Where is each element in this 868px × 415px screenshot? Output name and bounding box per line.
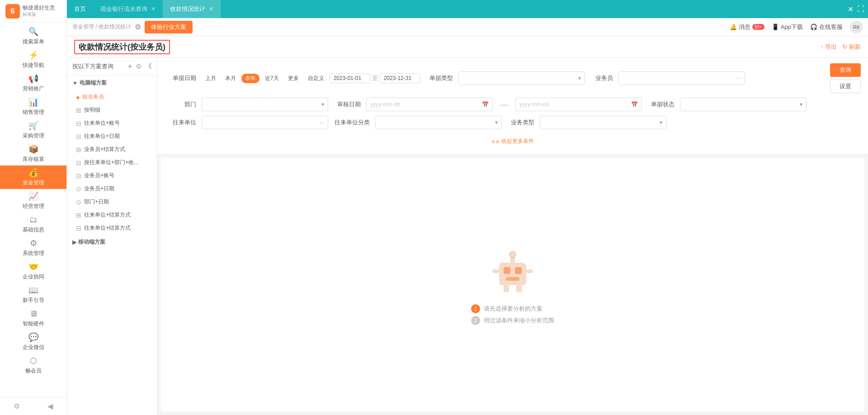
tab-bar-close-icon[interactable]: ✕ [848,5,854,14]
tree-item-salesperson_account[interactable]: ⊟业务员+账号 [67,169,157,182]
topbar-gear-icon[interactable]: ⚙ [135,23,141,31]
sidebar-label-sales: 销售管理 [23,108,44,116]
counterpart-type-select[interactable]: ▾ [375,116,502,129]
sidebar-item-vip[interactable]: ⬡ 畅会员 [0,354,66,377]
chevron-down-icon: ▾ [578,75,581,81]
empty-step-2: 2 用过滤条件来缩小分析范围 [471,316,554,325]
sidebar-label-corp_coop: 企业协同 [23,273,44,281]
tree-item-by_detail[interactable]: ⊞按明细 [67,104,157,117]
add-scheme-icon[interactable]: + [128,62,132,71]
tab-bar-expand-icon[interactable]: ⛶ [857,5,864,13]
doc-type-select[interactable]: ▾ [458,71,585,85]
user-avatar[interactable]: Rit [850,21,863,33]
tree-category-电脑端方案[interactable]: ▼ 电脑端方案 [67,75,157,90]
tab-bar: 首页 现金银行流水查询 ✕ 收款情况统计 ✕ ✕ ⛶ [67,0,868,18]
counterpart-select[interactable]: ··· [202,116,328,129]
sidebar-item-basic[interactable]: 🗂 基础信息 [0,212,66,236]
svg-rect-6 [492,269,499,273]
sidebar-item-corp_wx[interactable]: 💬 企业微信 [0,330,66,354]
counterpart-more-icon[interactable]: ··· [320,119,324,126]
basic-icon: 🗂 [29,215,38,225]
sidebar-item-inventory[interactable]: 📦 库存核算 [0,142,66,165]
svg-rect-0 [499,263,526,285]
date-tab-last-month[interactable]: 上月 [202,74,220,83]
app-download-btn[interactable]: 📱 App下载 [772,23,803,31]
tab-home[interactable]: 首页 [67,0,93,18]
biz-type-select[interactable]: ▾ [540,116,666,129]
tab-receipt-stat[interactable]: 收款情况统计 ✕ [163,0,221,18]
tree-item-counterpart_settlement2[interactable]: ⊟往来单位+结算方式 [67,222,157,235]
salesperson-select[interactable]: ··· [618,71,745,85]
tab-close-receipt-stat[interactable]: ✕ [209,6,213,12]
sidebar-item-marketing[interactable]: 📢 营销推广 [0,71,66,95]
bell-icon: 🔔 [730,24,737,30]
sidebar-logo: 6 畅捷通好生意 标准版 [0,0,66,23]
trial-button[interactable]: 体验行业方案 [145,21,193,33]
sidebar-item-operation[interactable]: 📈 经营管理 [0,189,66,212]
date-tab-7days[interactable]: 近7天 [261,74,283,83]
sidebar-item-guide[interactable]: 📖 新手引导 [0,283,66,307]
sidebar-settings-icon[interactable]: ⚙ [14,402,20,410]
date-tab-this-year[interactable]: 本年 [241,74,259,83]
sales-icon: 📊 [28,97,38,107]
notifications-area[interactable]: 🔔 消息 99+ [730,23,764,31]
sidebar-item-system[interactable]: ⚙ 系统管理 [0,236,66,259]
more-icon[interactable]: ··· [736,75,741,81]
inventory-icon: 📦 [28,144,38,154]
tree-item-counterpart_account[interactable]: ⊟往来单位+账号 [67,117,157,130]
dept_date-icon: ⊙ [76,198,81,206]
sidebar-item-quick_nav[interactable]: ⚡ 快捷导航 [0,48,66,71]
sidebar-item-corp_coop[interactable]: 🤝 企业协同 [0,259,66,283]
tree-item-dept_date[interactable]: ⊙部门+日期 [67,195,157,208]
collapse-left-icon[interactable]: 《 [145,62,151,71]
sidebar-label-guide: 新手引导 [23,297,44,304]
calendar-icon-2[interactable]: 📅 [631,101,638,108]
date-tab-custom[interactable]: 自定义 [304,74,328,83]
doc-status-select[interactable]: ▾ [680,98,807,111]
calendar-icon-1[interactable]: 📅 [482,101,489,108]
review-date-from-input[interactable]: yyyy-mm-dd 📅 [366,98,493,111]
sidebar-item-finance[interactable]: 💰 资金管理 [0,165,66,189]
settings-button[interactable]: 设置 [830,80,861,93]
tree-item-counterpart_date[interactable]: ⊟往来单位+日期 [67,130,157,143]
date-from-input[interactable] [330,73,370,83]
tree-category-移动端方案[interactable]: ▶ 移动端方案 [67,235,157,250]
sidebar-label-system: 系统管理 [23,250,44,257]
dept-label: 部门 [165,100,196,108]
date-to-input[interactable] [380,73,420,83]
tab-close-bank-flow[interactable]: ✕ [151,6,156,12]
tab-bank-flow[interactable]: 现金银行流水查询 ✕ [93,0,163,18]
sidebar-item-sales[interactable]: 📊 销售管理 [0,95,66,118]
tree-item-salesperson_settlement[interactable]: ⊞业务员+结算方式 [67,143,157,156]
online-service-btn[interactable]: 🎧 在线客服 [810,23,843,31]
scheme-settings-icon[interactable]: ⚙ [136,62,142,71]
quick_nav-icon: ⚡ [28,50,38,60]
doc-status-label: 单据状态 [647,100,675,108]
filter-actions: 查询 设置 [830,63,861,93]
sidebar-label-corp_wx: 企业微信 [23,344,44,351]
date-tab-more[interactable]: 更多 [284,74,302,83]
filter-row-1: 单据日期 上月 本月 本年 近7天 更多 自定义 至 单据类型 [165,63,861,93]
tree-item-by_salesperson[interactable]: ●按业务员 [67,90,157,104]
export-button[interactable]: ↑ 导出 [821,43,837,51]
salesperson_date-icon: ⊙ [76,185,81,193]
date-tab-this-month[interactable]: 本月 [222,74,240,83]
date-range-divider: — [498,100,510,109]
query-button[interactable]: 查询 [830,63,861,77]
sidebar-item-smart_hw[interactable]: 🖥 智能硬件 [0,307,66,330]
sidebar-item-purchase[interactable]: 🛒 采购管理 [0,118,66,142]
topbar-breadcrumb: 资金管理 / 收款情况统计 [72,23,131,31]
salesperson_account-icon: ⊟ [76,172,81,179]
review-date-to-input[interactable]: yyyy-mm-dd 📅 [515,98,642,111]
doc-status-chevron-icon: ▾ [800,101,802,108]
salesperson-label: 业务员 [590,74,613,82]
refresh-button[interactable]: ↻ 刷新 [842,43,861,51]
sidebar-item-search[interactable]: 🔍 搜索菜单 [0,24,66,48]
tree-item-counterpart_settlement[interactable]: ⊞往来单位+结算方式 [67,208,157,222]
dept-select[interactable]: ▾ [202,98,328,111]
tree-item-salesperson_date[interactable]: ⊙业务员+日期 [67,182,157,195]
tree-item-counterpart_dept_receipt[interactable]: ⊟按往来单位+部门+收... [67,156,157,169]
sidebar-label-finance: 资金管理 [23,179,44,187]
collapse-button[interactable]: ∧∧ 收起更多条件 [165,134,861,149]
sidebar-collapse-icon[interactable]: ◀ [47,402,53,410]
